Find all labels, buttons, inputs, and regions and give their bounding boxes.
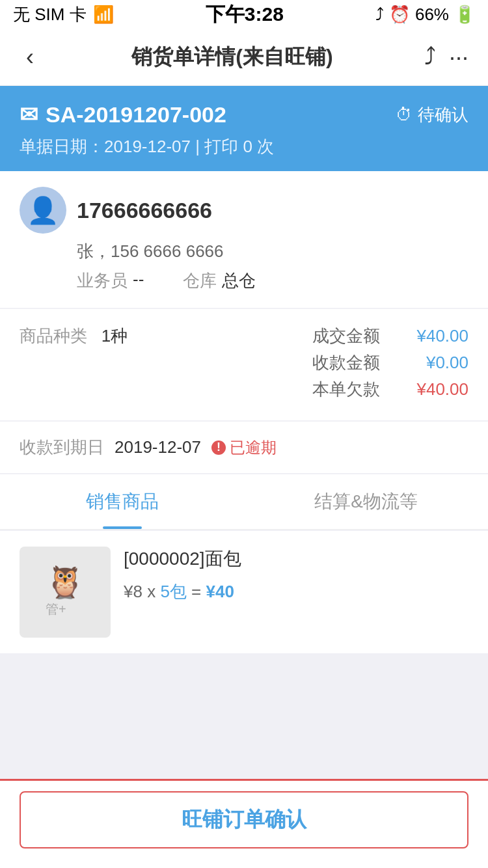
customer-avatar: 👤 xyxy=(20,187,66,234)
salesman-value: -- xyxy=(133,269,144,292)
customer-section: 👤 17666666666 张，156 6666 6666 业务员 -- 仓库 … xyxy=(0,171,488,308)
overdue-badge: ! 已逾期 xyxy=(211,437,277,458)
order-number-icon: ✉ xyxy=(20,102,38,128)
confirm-wangpu-button[interactable]: 旺铺订单确认 xyxy=(20,791,468,848)
carrier-text: 无 SIM 卡 xyxy=(13,3,87,26)
product-image: 🦉 管+ xyxy=(20,547,111,638)
warehouse-label: 仓库 xyxy=(183,269,217,292)
arrears-amount-value: ¥40.00 xyxy=(390,379,468,400)
nav-actions: ⤴ ··· xyxy=(424,44,468,71)
product-types-label: 商品种类 xyxy=(20,326,87,346)
product-logo-icon: 🦉 xyxy=(46,567,85,598)
product-total: ¥40 xyxy=(206,582,234,601)
tab-active-indicator xyxy=(103,526,142,529)
overdue-text: 已逾期 xyxy=(230,437,277,458)
wifi-icon: 📶 xyxy=(93,5,114,25)
product-name: [0000002]面包 xyxy=(124,547,468,571)
warehouse-item: 仓库 总仓 xyxy=(183,269,256,292)
product-types-value: 1种 xyxy=(102,326,128,346)
page-title: 销货单详情(来自旺铺) xyxy=(131,43,332,72)
product-image-placeholder: 🦉 管+ xyxy=(46,567,85,618)
customer-meta: 业务员 -- 仓库 总仓 xyxy=(20,269,468,292)
stats-left: 商品种类 1种 xyxy=(20,325,128,347)
order-number: ✉ SA-20191207-002 xyxy=(20,102,226,128)
arrears-amount-label: 本单欠款 xyxy=(312,378,380,401)
order-date: 单据日期：2019-12-07 | 打印 0 次 xyxy=(20,135,468,158)
tabs-bar: 销售商品 结算&物流等 xyxy=(0,474,488,530)
battery-icon: 🔋 xyxy=(454,5,475,25)
tab-products[interactable]: 销售商品 xyxy=(0,474,244,529)
tab-settlement[interactable]: 结算&物流等 xyxy=(244,474,488,529)
status-carrier: 无 SIM 卡 📶 xyxy=(13,3,114,26)
deal-amount-value: ¥40.00 xyxy=(390,326,468,346)
customer-row: 👤 17666666666 xyxy=(20,187,468,234)
warehouse-value: 总仓 xyxy=(222,269,256,292)
product-price: ¥8 x 5包 = ¥40 xyxy=(124,580,468,603)
product-price-base: ¥8 x xyxy=(124,582,160,601)
nav-bar: ‹ 销货单详情(来自旺铺) ⤴ ··· xyxy=(0,29,488,86)
due-section: 收款到期日 2019-12-07 ! 已逾期 xyxy=(0,422,488,473)
deal-amount-label: 成交金额 xyxy=(312,325,380,347)
overdue-icon: ! xyxy=(211,441,226,455)
due-date-value: 2019-12-07 xyxy=(115,437,201,457)
salesman-label: 业务员 xyxy=(77,269,128,292)
product-logo-text: 管+ xyxy=(46,601,85,618)
stats-section: 商品种类 1种 成交金额 ¥40.00 收款金额 ¥0.00 本单欠款 ¥40.… xyxy=(0,309,488,420)
avatar-icon: 👤 xyxy=(27,195,59,226)
order-number-text: SA-20191207-002 xyxy=(46,102,226,128)
status-text: 待确认 xyxy=(418,103,468,126)
product-section: 🦉 管+ [0000002]面包 ¥8 x 5包 = ¥40 xyxy=(0,531,488,653)
customer-detail: 张，156 6666 6666 xyxy=(20,240,468,263)
received-amount-label: 收款金额 xyxy=(312,351,380,374)
location-icon: ⤴ xyxy=(375,5,384,25)
customer-phone-number: 17666666666 xyxy=(77,198,212,223)
more-icon[interactable]: ··· xyxy=(449,44,468,71)
status-clock-icon: ⏱ xyxy=(396,105,413,125)
stats-right: 成交金额 ¥40.00 收款金额 ¥0.00 本单欠款 ¥40.00 xyxy=(312,325,468,405)
tabs-section: 销售商品 结算&物流等 xyxy=(0,474,488,530)
status-time: 下午3:28 xyxy=(206,1,284,28)
received-amount-row: 收款金额 ¥0.00 xyxy=(312,351,468,374)
product-equals: = xyxy=(187,582,206,601)
share-icon[interactable]: ⤴ xyxy=(424,44,436,71)
status-right: ⤴ ⏰ 66% 🔋 xyxy=(375,5,475,25)
battery-text: 66% xyxy=(415,5,449,25)
tab-settlement-label: 结算&物流等 xyxy=(314,489,418,514)
deal-amount-row: 成交金额 ¥40.00 xyxy=(312,325,468,347)
product-info: [0000002]面包 ¥8 x 5包 = ¥40 xyxy=(124,547,468,603)
product-qty: 5包 xyxy=(160,582,186,601)
due-date-label: 收款到期日 xyxy=(20,436,104,459)
back-button[interactable]: ‹ xyxy=(20,37,40,77)
order-header: ✉ SA-20191207-002 ⏱ 待确认 单据日期：2019-12-07 … xyxy=(0,86,488,171)
order-status: ⏱ 待确认 xyxy=(396,103,468,126)
status-bar: 无 SIM 卡 📶 下午3:28 ⤴ ⏰ 66% 🔋 xyxy=(0,0,488,29)
salesman-item: 业务员 -- xyxy=(77,269,144,292)
received-amount-value: ¥0.00 xyxy=(390,353,468,373)
tab-products-label: 销售商品 xyxy=(86,489,159,514)
alarm-icon: ⏰ xyxy=(389,5,410,25)
bottom-bar: 旺铺订单确认 xyxy=(0,779,488,868)
arrears-amount-row: 本单欠款 ¥40.00 xyxy=(312,378,468,401)
